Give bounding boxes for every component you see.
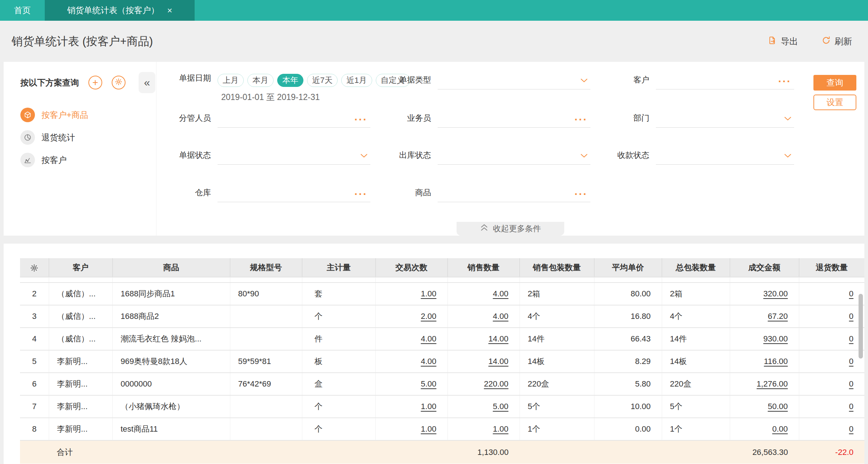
tab-home[interactable]: 首页 [0, 0, 45, 21]
cell-amount-link[interactable]: 67.20 [768, 312, 788, 321]
cell-sales-qty-link[interactable]: 4.00 [493, 312, 509, 321]
manager-picker[interactable]: ··· [218, 111, 370, 128]
customer-picker[interactable]: ··· [656, 73, 794, 89]
column-header-sales-pkg-qty: 销售包装数量 [519, 258, 594, 277]
cell-product: 969奥特曼8款18人 [112, 350, 230, 373]
cell-return-qty-link[interactable]: 0 [849, 289, 853, 298]
filter-label-customer: 客户 [606, 75, 649, 89]
cell-customer: （威信）... [49, 328, 112, 350]
vertical-scrollbar-thumb[interactable] [859, 294, 863, 359]
chevron-left-double-icon: « [144, 76, 150, 89]
cell-txn-count-link[interactable]: 1.00 [421, 402, 437, 411]
cell-avg-price: 16.80 [594, 305, 662, 328]
outbound-status-select[interactable] [438, 148, 590, 165]
cell-amount-link[interactable]: 116.00 [764, 357, 788, 366]
column-header-return-qty: 退货数量 [799, 258, 864, 277]
cell-amount-link[interactable]: 1,276.00 [757, 379, 788, 388]
cell-spec [230, 305, 302, 328]
row-index: 3 [20, 305, 49, 328]
cell-return-qty-link[interactable]: 0 [849, 334, 853, 343]
cell-txn-count-link[interactable]: 4.00 [421, 334, 437, 343]
add-scheme-button[interactable]: + [88, 76, 102, 89]
cell-sales-qty-link[interactable]: 220.00 [484, 379, 508, 388]
partially-scrolled-row [20, 277, 864, 283]
cell-amount-link[interactable]: 930.00 [763, 334, 788, 343]
cell-return-qty-link[interactable]: 0 [849, 357, 853, 366]
sidebar-item-by-customer[interactable]: 按客户 [20, 153, 88, 167]
doc-status-select[interactable] [218, 148, 370, 165]
chevron-down-icon [581, 153, 588, 159]
cell-return-qty-link[interactable]: 0 [849, 424, 853, 433]
date-option-this-month[interactable]: 本月 [247, 74, 274, 87]
cell-avg-price: 66.43 [594, 328, 662, 350]
product-picker[interactable]: ··· [438, 185, 590, 202]
date-option-last-month[interactable]: 上月 [218, 74, 244, 87]
cell-total-pkg-qty: 220盒 [662, 373, 730, 395]
tab-sales-report[interactable]: 销货单统计表（按客户） × [45, 0, 195, 21]
totals-row: 合计 1,130.00 26,563.30 -22.0 [20, 440, 864, 464]
date-range-value[interactable]: 2019-01-01 至 2019-12-31 [221, 92, 320, 103]
cell-sales-qty-link[interactable]: 5.00 [493, 402, 509, 411]
filter-label-outbound-status: 出库状态 [387, 150, 431, 165]
table-row: 6 李新明... 0000000 76*42*69 盒 5.00 220.00 … [20, 373, 864, 395]
cell-sales-qty-link[interactable]: 4.00 [493, 289, 509, 298]
date-option-last-1-month[interactable]: 近1月 [341, 74, 372, 87]
collapse-more-conditions[interactable]: 收起更多条件 [457, 222, 564, 236]
refresh-button[interactable]: 刷新 [821, 36, 852, 47]
sidebar-item-return-stats[interactable]: 退货统计 [20, 130, 88, 145]
salesman-picker[interactable]: ··· [438, 111, 590, 128]
sidebar-item-by-customer-product[interactable]: 按客户+商品 [20, 108, 88, 122]
cell-return-qty-link[interactable]: 0 [849, 379, 853, 388]
settings-button[interactable]: 设置 [813, 95, 856, 110]
warehouse-picker[interactable]: ··· [218, 185, 370, 202]
cell-amount-link[interactable]: 0.00 [772, 424, 788, 433]
cell-unit: 件 [302, 328, 375, 350]
date-option-this-year[interactable]: 本年 [277, 74, 303, 87]
chevron-down-icon [784, 153, 791, 159]
cell-unit: 板 [302, 350, 375, 373]
department-select[interactable] [656, 111, 794, 128]
doc-type-select[interactable] [438, 73, 590, 89]
query-scheme-sidebar: 按以下方案查询 + « [4, 62, 156, 236]
close-icon[interactable]: × [167, 5, 172, 16]
query-button[interactable]: 查询 [813, 75, 856, 91]
cell-sales-pkg-qty: 1个 [519, 418, 594, 440]
cell-return-qty-link[interactable]: 0 [849, 402, 853, 411]
cell-customer: 李新明... [49, 395, 112, 418]
table-header-row: 客户 商品 规格型号 主计量 交易次数 销售数量 销售包装数量 平均单价 总包装… [20, 258, 864, 277]
totals-label: 合计 [49, 440, 112, 464]
table-row: 2 （威信）... 1688同步商品1 80*90 套 1.00 4.00 2箱… [20, 283, 864, 305]
export-button[interactable]: 导出 [768, 36, 798, 47]
cell-txn-count-link[interactable]: 1.00 [421, 424, 437, 433]
gear-icon [115, 78, 123, 88]
page-title: 销货单统计表 (按客户+商品) [12, 34, 153, 49]
cell-amount-link[interactable]: 320.00 [763, 289, 788, 298]
payment-status-select[interactable] [656, 148, 794, 165]
sidebar-collapse-button[interactable]: « [139, 72, 155, 93]
cell-txn-count-link[interactable]: 1.00 [421, 289, 437, 298]
cell-sales-qty-link[interactable]: 14.00 [488, 357, 508, 366]
cell-total-pkg-qty: 4个 [662, 305, 730, 328]
filter-label-doc-status: 单据状态 [167, 150, 211, 165]
scheme-settings-button[interactable] [112, 76, 126, 89]
cell-amount-link[interactable]: 50.00 [768, 402, 788, 411]
cell-spec [230, 418, 302, 440]
cell-product: test商品11 [112, 418, 230, 440]
cell-product: 潮流毛衣红色 辣妈泡... [112, 328, 230, 350]
refresh-icon [821, 36, 831, 47]
cell-return-qty-link[interactable]: 0 [849, 312, 853, 321]
date-option-last-7-days[interactable]: 近7天 [307, 74, 338, 87]
cell-txn-count-link[interactable]: 2.00 [421, 312, 437, 321]
table-row: 8 李新明... test商品11 个 1.00 1.00 1个 0.00 1个… [20, 418, 864, 440]
cell-spec: 80*90 [230, 283, 302, 305]
cell-product: 1688同步商品1 [112, 283, 230, 305]
column-settings-button[interactable] [20, 258, 49, 277]
cell-sales-qty-link[interactable]: 1.00 [493, 424, 509, 433]
column-header-spec: 规格型号 [230, 258, 302, 277]
filter-panel: 按以下方案查询 + « [4, 62, 864, 236]
cell-txn-count-link[interactable]: 5.00 [421, 379, 437, 388]
ellipsis-icon: ··· [354, 192, 367, 196]
cell-txn-count-link[interactable]: 4.00 [421, 357, 437, 366]
cell-sales-pkg-qty: 5个 [519, 395, 594, 418]
cell-sales-qty-link[interactable]: 14.00 [488, 334, 508, 343]
